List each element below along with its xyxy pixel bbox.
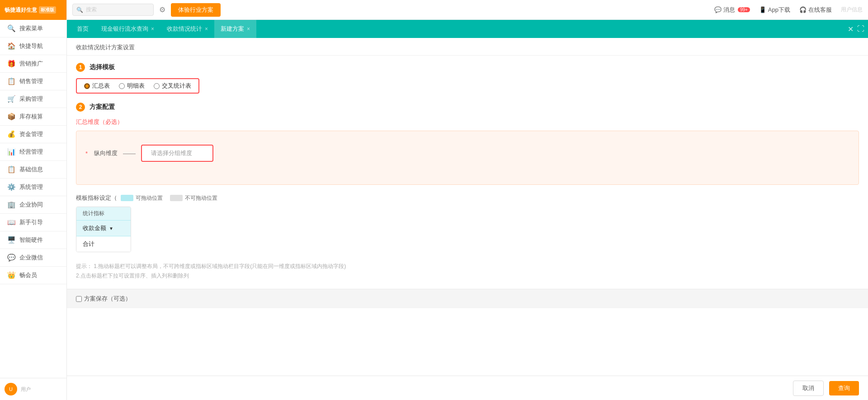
guide-icon: 📖 [7,218,16,226]
sidebar-item-marketing[interactable]: 🎁营销推广 [0,55,66,73]
indicator-header: 模板指标设定（ 可拖动位置 不可拖动位置 [76,194,859,202]
draggable-label: 可拖动位置 [136,194,163,202]
tab-receipts[interactable]: 收款情况统计× [160,20,214,38]
radio-summary-input[interactable] [84,83,90,89]
fullscreen-icon[interactable]: ⛶ [857,25,864,33]
radio-cross[interactable]: 交叉统计表 [154,82,191,90]
content-inner: 收款情况统计方案设置 1 选择模板 汇总表 明细表 [67,38,868,376]
dimension-title: 汇总维度（必选） [76,118,859,126]
radio-cross-input[interactable] [154,83,160,89]
legend-fixed: 不可拖动位置 [170,194,217,202]
radio-detail[interactable]: 明细表 [119,82,145,90]
radio-cross-label: 交叉统计表 [162,82,191,90]
operations-icon: 📊 [7,148,16,156]
tab-label-cashflow: 现金银行流水查询 [101,25,148,33]
tip-1: 提示： 1.拖动标题栏可以调整布局，不可跨维度或指标区域拖动栏目字段(只能在同一… [76,263,859,270]
messages-button[interactable]: 💬 消息 99+ [714,6,750,14]
sidebar-item-wechat[interactable]: 💬企业微信 [0,249,66,267]
sidebar-item-quicknav[interactable]: 🏠快捷导航 [0,38,66,55]
save-label-text: 方案保存（可选） [84,295,131,303]
sidebar-label-inventory: 库存核算 [19,113,43,121]
sidebar-label-basic: 基础信息 [19,165,43,174]
gear-icon[interactable]: ⚙ [159,5,165,14]
vertical-dim-select[interactable]: 请选择分组维度 [141,145,213,162]
topbar-right: 💬 消息 99+ 📱 App下载 🎧 在线客服 用户信息 [714,6,863,14]
radio-summary[interactable]: 汇总表 [84,82,110,90]
sidebar-item-inventory[interactable]: 📦库存核算 [0,108,66,126]
content-area: 收款情况统计方案设置 1 选择模板 汇总表 明细表 [67,38,868,376]
sidebar-item-finance[interactable]: 💰资金管理 [0,126,66,143]
legend-draggable: 可拖动位置 [121,194,163,202]
tab-newplan[interactable]: 新建方案× [214,20,256,38]
radio-detail-input[interactable] [119,83,125,89]
step2-number: 2 [76,103,85,112]
tip-2: 2.点击标题栏下拉可设置排序、插入列和删除列 [76,272,859,280]
indicator-table: 统计指标 收款金额 ▼ 合计 [76,207,131,252]
marketing-icon: 🎁 [7,60,16,68]
sidebar-item-guide[interactable]: 📖新手引导 [0,214,66,231]
indicator-table-header: 统计指标 [76,207,131,221]
indicator-settings: 模板指标设定（ 可拖动位置 不可拖动位置 [76,194,859,280]
sales-icon: 📋 [7,77,16,85]
query-button[interactable]: 查询 [829,381,859,395]
radio-summary-label: 汇总表 [92,82,110,90]
indicator-cell-amount[interactable]: 收款金额 ▼ [76,221,131,236]
sidebar-logo: 畅捷通好生意 标准版 [0,0,66,20]
tabbar-actions: ✕⛶ [848,25,864,33]
download-button[interactable]: 📱 App下载 [759,6,790,14]
sidebar-item-basic[interactable]: 📋基础信息 [0,161,66,179]
tips-section: 提示： 1.拖动标题栏可以调整布局，不可跨维度或指标区域拖动栏目字段(只能在同一… [76,263,859,280]
step1-number: 1 [76,63,85,72]
save-checkbox[interactable] [76,296,82,302]
sidebar-label-quicknav: 快捷导航 [19,42,43,50]
indicator-legend: 可拖动位置 不可拖动位置 [121,194,217,202]
sidebar-item-hardware[interactable]: 🖥️智能硬件 [0,231,66,249]
close-window-icon[interactable]: ✕ [848,25,854,33]
bottom-bar: 取消 查询 [67,376,868,400]
step1-title: 选择模板 [90,63,115,71]
sidebar-label-operations: 经营管理 [19,148,43,156]
tab-label-home: 首页 [77,25,89,33]
cancel-button[interactable]: 取消 [793,381,824,396]
template-selector: 汇总表 明细表 交叉统计表 [76,78,199,94]
tab-cashflow[interactable]: 现金银行流水查询× [95,20,160,38]
tab-close-newplan[interactable]: × [247,26,250,32]
service-icon: 🎧 [799,6,807,13]
topbar-search-box[interactable]: 🔍 搜索 [72,4,154,16]
wechat-icon: 💬 [7,254,16,262]
indicator-cell-label: 收款金额 [83,224,106,232]
sidebar-item-system[interactable]: ⚙️系统管理 [0,179,66,196]
tab-close-cashflow[interactable]: × [151,26,154,32]
system-icon: ⚙️ [7,183,16,191]
sidebar-item-sales[interactable]: 📋销售管理 [0,73,66,90]
tab-close-receipts[interactable]: × [205,26,208,32]
sidebar-item-operations[interactable]: 📊经营管理 [0,143,66,161]
tab-home[interactable]: 首页 [71,20,95,38]
required-mark: * [85,150,88,157]
tab-label-receipts: 收款情况统计 [167,25,202,33]
sidebar-item-enterprise[interactable]: 🏢企业协同 [0,196,66,214]
indicator-title-text: 模板指标设定（ [76,194,117,202]
logo-text: 畅捷通好生意 [5,6,37,14]
user-info: 用户信息 [841,6,863,14]
save-checkbox-label[interactable]: 方案保存（可选） [76,295,131,303]
messages-badge: 99+ [738,7,750,12]
fixed-box [170,195,183,201]
tab-label-newplan: 新建方案 [221,25,244,33]
sidebar-item-vip[interactable]: 👑畅会员 [0,267,66,284]
quicknav-icon: 🏠 [7,42,16,50]
sidebar-label-enterprise: 企业协同 [19,201,43,209]
sidebar-label-sales: 销售管理 [19,77,43,85]
step2-label: 2 方案配置 [76,103,859,112]
sidebar-label-hardware: 智能硬件 [19,236,43,244]
page-header: 收款情况统计方案设置 [67,38,868,56]
step2-section: 2 方案配置 汇总维度（必选） * 纵向维度 —— 请选择分组维度 [67,103,868,289]
trial-button[interactable]: 体验行业方案 [171,3,221,17]
sidebar-item-search[interactable]: 🔍搜索菜单 [0,20,66,38]
sidebar-item-purchase[interactable]: 🛒采购管理 [0,90,66,108]
service-button[interactable]: 🎧 在线客服 [799,6,832,14]
vip-icon: 👑 [7,271,16,279]
sidebar-label-vip: 畅会员 [19,271,37,279]
sidebar-label-system: 系统管理 [19,183,43,191]
purchase-icon: 🛒 [7,95,16,103]
